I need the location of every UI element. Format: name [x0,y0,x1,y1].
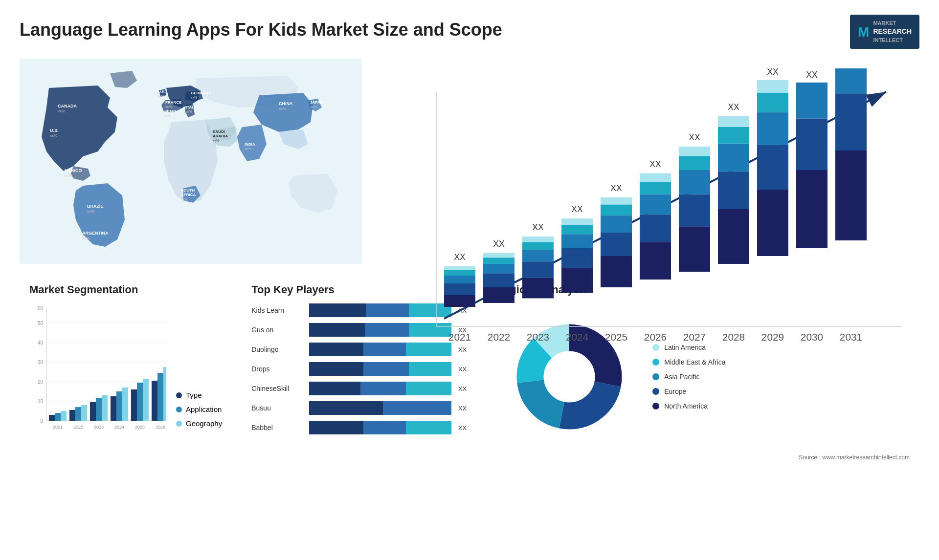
player-row: ChineseSkill XX [251,382,467,395]
svg-rect-129 [81,405,87,421]
svg-text:60: 60 [38,306,44,311]
svg-text:XX: XX [610,184,622,194]
svg-rect-74 [679,194,710,227]
svg-text:0: 0 [40,418,43,424]
svg-rect-68 [640,215,671,242]
svg-text:2025: 2025 [605,331,627,343]
svg-text:xx%: xx% [245,147,251,151]
svg-text:XX: XX [649,159,661,169]
svg-text:2024: 2024 [566,331,588,343]
svg-rect-75 [679,170,710,194]
svg-text:ARGENTINA: ARGENTINA [82,231,109,236]
svg-text:U.S.: U.S. [50,128,59,133]
type-label: Type [186,391,202,399]
bar-seg-2 [360,382,406,395]
na-dot [652,403,659,409]
map-container: CANADA xx% U.S. xx% MEXICO xx% BRAZIL xx… [20,59,362,264]
svg-rect-125 [55,413,61,421]
svg-text:BRAZIL: BRAZIL [87,204,103,209]
svg-text:xx%: xx% [191,96,197,99]
player-bar [309,382,451,395]
svg-rect-95 [835,151,867,240]
svg-rect-51 [522,250,554,262]
seg-chart-svg-wrap: 0 10 20 30 40 50 60 [29,303,166,442]
svg-text:CANADA: CANADA [58,104,77,108]
svg-rect-69 [640,194,671,215]
svg-text:GERMANY: GERMANY [191,91,211,95]
player-name: Duolingo [251,345,305,353]
svg-rect-133 [111,396,116,421]
top-section: CANADA xx% U.S. xx% MEXICO xx% BRAZIL xx… [20,59,919,264]
geography-dot [176,421,182,427]
svg-rect-134 [116,391,122,421]
svg-rect-82 [718,127,749,144]
svg-rect-86 [757,145,788,190]
svg-rect-127 [69,410,75,421]
header: Language Learning Apps For Kids Market S… [20,15,919,49]
player-row: Babbel XX [251,421,467,434]
svg-rect-91 [796,170,827,248]
asia-label: Asia Pacific [664,373,699,381]
svg-rect-85 [757,190,788,256]
svg-text:50: 50 [38,321,44,326]
svg-rect-53 [522,237,554,242]
bar-seg-3 [406,421,451,434]
svg-text:xx%: xx% [65,173,72,178]
svg-rect-81 [718,144,749,172]
bar-seg-1 [309,303,366,317]
svg-rect-87 [757,112,788,145]
svg-text:30: 30 [38,360,44,365]
svg-text:ARABIA: ARABIA [213,134,228,138]
svg-text:xx%: xx% [213,139,219,142]
player-val: XX [458,385,467,392]
svg-text:2027: 2027 [683,331,706,343]
svg-rect-37 [444,295,475,307]
svg-text:xx%: xx% [310,105,316,108]
player-name: Babbel [251,424,305,431]
svg-rect-97 [835,68,867,93]
svg-text:xx%: xx% [165,105,172,108]
svg-rect-77 [679,147,710,156]
svg-text:SAUDI: SAUDI [213,129,225,134]
svg-rect-67 [640,242,671,280]
svg-rect-80 [718,172,749,210]
world-map-svg: CANADA xx% U.S. xx% MEXICO xx% BRAZIL xx… [20,59,362,264]
svg-text:CHINA: CHINA [279,101,293,106]
svg-text:MEXICO: MEXICO [65,168,82,173]
svg-rect-40 [444,270,475,276]
svg-text:XX: XX [689,133,700,143]
legend-type: Type [176,391,222,399]
svg-rect-130 [90,402,96,421]
svg-rect-137 [137,383,143,421]
svg-text:xx%: xx% [181,197,187,201]
svg-text:JAPAN: JAPAN [310,100,323,105]
svg-rect-93 [796,83,827,119]
bar-seg-1 [309,382,360,395]
svg-rect-57 [561,235,593,249]
svg-rect-76 [679,156,710,171]
segmentation-title: Market Segmentation [29,283,222,296]
player-name: Busuu [251,404,305,412]
svg-rect-61 [601,256,632,287]
application-label: Application [186,405,222,413]
svg-rect-138 [143,379,149,421]
svg-rect-39 [444,276,475,283]
svg-rect-128 [75,407,81,421]
svg-text:2026: 2026 [644,331,667,343]
svg-text:2025: 2025 [135,425,145,430]
svg-rect-141 [163,367,166,421]
svg-text:2023: 2023 [94,425,104,430]
svg-text:U.K.: U.K. [158,89,166,94]
player-name: Kids Learn [251,306,305,314]
svg-text:40: 40 [38,340,44,345]
svg-text:xx%: xx% [87,209,94,214]
player-bar [309,421,451,434]
svg-rect-65 [601,197,632,204]
svg-text:10: 10 [38,399,44,404]
bar-seg-1 [309,362,363,376]
bar-seg-3 [406,382,451,395]
source-text: Source : www.marketresearchintellect.com [496,454,910,461]
svg-rect-62 [601,233,632,256]
page-container: Language Learning Apps For Kids Market S… [0,0,939,560]
svg-text:2024: 2024 [114,425,124,430]
